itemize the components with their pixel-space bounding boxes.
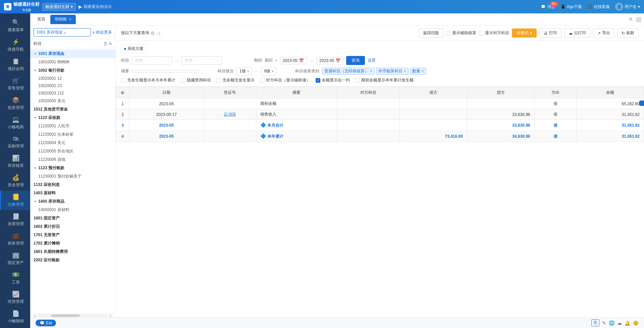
tree-item-14050001[interactable]: 14050001 原材料 [30, 206, 115, 214]
show-contra-cb[interactable]: 显示对方科目 [479, 30, 509, 36]
tree-item-11220006[interactable]: 11220006 游戏 [30, 155, 115, 164]
tag-quantity-close[interactable]: ✕ [421, 69, 424, 73]
cb-init-balance-box[interactable] [355, 78, 360, 83]
tree-item-1132[interactable]: 1132 应收利息 [30, 181, 115, 189]
voucher-link[interactable]: 记-006 [224, 112, 236, 117]
left-arrow-icon[interactable]: ◁ [156, 30, 160, 36]
sidebar-item-search[interactable]: 🔍 搜索菜单 [0, 16, 30, 36]
tree-item-1403[interactable]: 1403 原材料 [30, 189, 115, 197]
sidebar-item-operations[interactable]: 📈 经营管理 [0, 288, 30, 307]
cb-contra-box[interactable] [260, 78, 265, 83]
lang-btn[interactable]: 英 [591, 319, 599, 326]
level-to-select[interactable]: 6级 ▾ [261, 67, 277, 75]
sidebar-item-capital[interactable]: 💰 资金管理 [0, 171, 30, 191]
show-contra-checkbox[interactable] [479, 31, 484, 36]
settings-link[interactable]: 设置 [368, 58, 376, 63]
sidebar-item-quick-nav[interactable]: ⚡ 快捷导航 [0, 36, 30, 55]
subject-from-input[interactable]: 选择... ··· [132, 56, 172, 65]
system-scheme[interactable]: 系统方案 [121, 44, 147, 53]
cb-hide-disabled-box[interactable] [181, 78, 185, 83]
cb-balance-col-box[interactable]: ✓ [316, 78, 320, 83]
tree-item-1001[interactable]: ▼ 1001 库存现金 [30, 50, 115, 58]
list-icon[interactable]: ☰ [104, 42, 107, 46]
subject-to-input[interactable]: 选择... ··· [181, 56, 222, 65]
tree-item-11230001[interactable]: 11230001 预付款戴美于 [30, 172, 115, 181]
tab-close-icon[interactable]: ✕ [69, 17, 71, 21]
cb-no-balance-box[interactable] [216, 78, 221, 83]
tree-item-10020001[interactable]: 10020001 12 [30, 75, 115, 82]
tree-item-11220005[interactable]: 11220005 所在地区 [30, 147, 115, 155]
gold-format-btn[interactable]: 金额式 ▾ [512, 28, 537, 38]
cb-no-amount-box[interactable] [121, 78, 126, 83]
tree-item-10020003[interactable]: 10020003 122 [30, 89, 115, 97]
cb-no-balance[interactable]: 无余额无发生显示 [216, 77, 255, 83]
app-download-action[interactable]: 📱 App下载 [560, 4, 582, 10]
return-old-btn[interactable]: 返回旧版 [419, 28, 443, 38]
tree-item-1122[interactable]: ▼ 1122 应收款 [30, 114, 115, 122]
sidebar-item-purchase[interactable]: 🛍 采购管理 [0, 133, 30, 152]
edit-icon[interactable]: ✎ [109, 42, 112, 46]
scroll-left-icon[interactable]: ◁ [33, 313, 36, 318]
online-service-action[interactable]: 🎧 在线客服 [587, 4, 610, 10]
emoji-icon[interactable]: 😊 [633, 320, 639, 326]
globe-icon[interactable]: 🌐 [609, 320, 614, 326]
tree-item-1702[interactable]: 1702 累计摊销 [30, 239, 115, 248]
period-from-input[interactable]: 2023-05 📅 [280, 57, 307, 64]
tab-detail[interactable]: 明细账 ✕ [50, 15, 76, 24]
sidebar-item-fixed-assets[interactable]: 🏢 固定资产 [0, 249, 30, 268]
print-btn[interactable]: 🖨 打印 [539, 28, 561, 38]
tree-item-1602[interactable]: 1602 累计折旧 [30, 222, 115, 231]
tree-item-1701[interactable]: 1701 无形资产 [30, 231, 115, 239]
sidebar-item-invoice[interactable]: 🧾 发票管理 [0, 210, 30, 229]
horizontal-scrollbar[interactable] [37, 314, 108, 317]
sidebar-item-inventory[interactable]: 📊 库存核算 [0, 152, 30, 171]
right-floating-tab[interactable]: 辅 [639, 101, 644, 106]
tree-item-1123[interactable]: ▼ 1123 预付账款 [30, 164, 115, 172]
tree-item-11220004[interactable]: 11220004 美元 [30, 139, 115, 147]
user-info[interactable]: 👤 用户名 ▾ [615, 3, 640, 11]
refresh-btn[interactable]: ↻ 刷新 [617, 28, 639, 38]
sidebar-item-ecommerce[interactable]: 💻 小畅电商 [0, 113, 30, 133]
demo-link[interactable]: ▶ 我要看实例演示 [78, 4, 112, 10]
period-to-input[interactable]: 2023-05 📅 [316, 57, 343, 64]
export-btn[interactable]: ↗ 导出 [593, 28, 614, 38]
message-action[interactable]: 💬 消息 99+ [541, 4, 555, 10]
show-aux-checkbox[interactable] [446, 31, 451, 36]
tree-item-10020006[interactable]: 10020006 美元 [30, 97, 115, 105]
sidebar-item-retail[interactable]: 🛒 零售管理 [0, 74, 30, 94]
sidebar-item-salary[interactable]: 💵 工资 [0, 268, 30, 288]
close-window-icon[interactable]: ✕ [629, 16, 633, 22]
tab-home[interactable]: 首页 [33, 15, 50, 24]
sidebar-item-wholesale[interactable]: 📦 批发管理 [0, 94, 30, 113]
tree-item-10020002[interactable]: 10020002 23 [30, 82, 115, 89]
sidebar-item-accounting[interactable]: 📒 总账管理 [0, 191, 30, 210]
company-selector[interactable]: 畅捷通好生财 ▾ [42, 3, 76, 11]
tree-item-1012[interactable]: 1012 其他货币资金 [30, 105, 115, 114]
tree-item-11220002[interactable]: 11220002 往来标签 [30, 130, 115, 139]
tag-normal-close[interactable]: ✕ [370, 69, 372, 73]
sidebar-item-project[interactable]: 📋 项目合同 [0, 55, 30, 74]
tree-item-2202[interactable]: 2202 应付账款 [30, 256, 115, 264]
more-btn[interactable]: ∧ 收起更多 [92, 29, 112, 35]
show-aux-cb[interactable]: 显示辅助核算 [446, 30, 476, 36]
cloud-status-icon[interactable]: ☁ [617, 320, 622, 326]
maximize-icon[interactable]: ⬜ [636, 17, 641, 22]
cloud-print-btn[interactable]: ☁ 云打印 [564, 28, 590, 38]
cb-no-amount[interactable]: 无发生额显示本月本年累计 [121, 77, 175, 83]
tree-item-1002[interactable]: ▼ 1002 银行存款 [30, 66, 115, 75]
edit-status-icon[interactable]: ✎ [602, 320, 606, 326]
tree-item-11220001[interactable]: 11220001 人民币 [30, 122, 115, 130]
tree-item-1801[interactable]: 1801 长期待摊费用 [30, 248, 115, 256]
cb-init-balance[interactable]: 期初余额显示本年累计发生额 [355, 77, 414, 83]
scroll-right-icon[interactable]: ▷ [110, 313, 113, 318]
feedback-btn[interactable]: 💬 Eat [36, 320, 56, 326]
cb-hide-disabled[interactable]: 隐藏禁用科目 [181, 77, 211, 83]
query-btn[interactable]: 查询 [346, 56, 365, 65]
tree-item-1601[interactable]: 1601 固定资产 [30, 214, 115, 222]
tree-item-10010001[interactable]: 10010001 哟哟哟 [30, 58, 115, 66]
notification-icon[interactable]: 🔔 [625, 320, 630, 326]
level-from-select[interactable]: 1级 ▾ [236, 67, 252, 75]
cb-balance-col[interactable]: ✓ 余额显示在一列 [316, 77, 350, 83]
sidebar-item-tax[interactable]: 💼 税务管理 [0, 229, 30, 249]
tag-foreign-close[interactable]: ✕ [404, 69, 406, 73]
